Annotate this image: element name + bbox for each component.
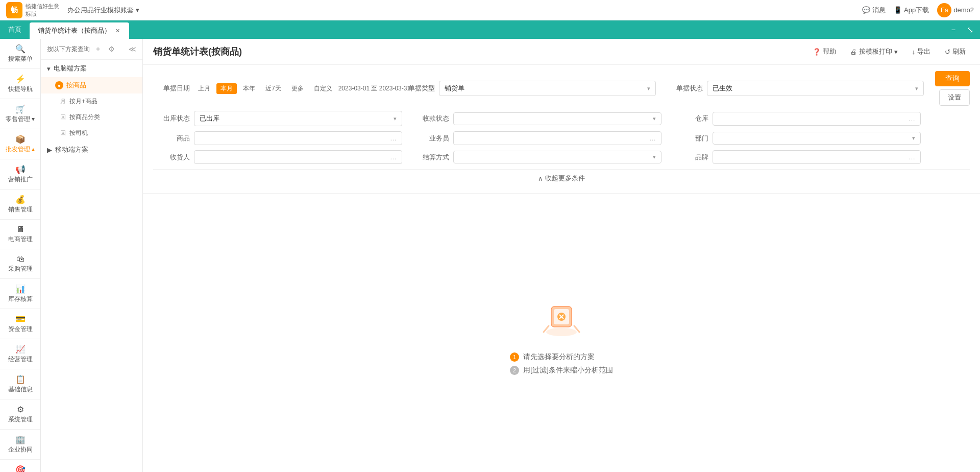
scheme-header: 按以下方案查询 ＋ ⚙ ≪	[41, 39, 142, 60]
scheme-item-by-category[interactable]: 回 按商品分类	[41, 109, 142, 125]
quick-nav-icon: ⚡	[2, 74, 38, 84]
sidebar-item-inventory[interactable]: 📊 库存核算	[0, 279, 40, 309]
sales-icon: 💰	[2, 195, 38, 204]
more-icon: …	[390, 153, 397, 161]
sidebar-item-newbie[interactable]: 🎯 新手引导	[0, 460, 40, 472]
empty-tip-1: 1 请先选择要分析的方案	[510, 352, 613, 362]
scheme-group-mobile-header[interactable]: ▶ 移动端方案	[41, 141, 142, 158]
sidebar-item-basic[interactable]: 📋 基础信息	[0, 369, 40, 399]
refresh-button[interactable]: ↺ 刷新	[941, 45, 970, 58]
scheme-group-desktop-header[interactable]: ▾ 电脑端方案	[41, 60, 142, 77]
message-action[interactable]: 💬 消息	[862, 6, 886, 15]
app-selector[interactable]: 办公用品行业模拟账套 ▾	[63, 4, 143, 17]
chevron-down-icon: ▾	[653, 115, 656, 122]
app-selector-label: 办公用品行业模拟账套	[67, 6, 134, 15]
more-icon: …	[390, 134, 397, 142]
tab-home[interactable]: 首页	[0, 20, 30, 39]
page-title: 销货单统计表(按商品)	[153, 45, 242, 58]
date-tab-this-month[interactable]: 本月	[216, 83, 237, 94]
purchase-icon: 🛍	[2, 254, 38, 264]
scheme-item-by-product[interactable]: ● 按商品	[41, 77, 142, 93]
chevron-down-icon: ▾	[136, 6, 139, 14]
doc-status-label: 单据状态	[666, 84, 703, 93]
sidebar-item-sales[interactable]: 💰 销售管理	[0, 190, 40, 220]
sidebar-item-purchase[interactable]: 🛍 采购管理	[0, 249, 40, 279]
tab-sales-stats[interactable]: 销货单统计表（按商品） ✕	[30, 22, 129, 39]
scheme-header-label: 按以下方案查询	[47, 45, 90, 54]
sidebar-item-wholesale[interactable]: 📦 批发管理 ▴	[0, 129, 40, 159]
scheme-item-by-month-product[interactable]: 月 按月+商品	[41, 93, 142, 109]
payment-label: 结算方式	[412, 153, 449, 162]
date-tab-more[interactable]: 更多	[287, 83, 308, 94]
doc-status-select[interactable]: 已生效 ▾	[707, 81, 924, 96]
sidebar-item-ecom[interactable]: 🖥 电商管理	[0, 220, 40, 249]
payment-select[interactable]: ▾	[453, 151, 662, 163]
staff-input[interactable]: …	[453, 131, 662, 145]
system-icon: ⚙	[2, 405, 38, 414]
home-tab-label: 首页	[8, 25, 21, 34]
print-icon: 🖨	[850, 48, 857, 56]
print-button[interactable]: 🖨 按模板打印 ▾	[846, 45, 902, 58]
help-icon: ❓	[813, 48, 821, 56]
message-icon: 💬	[862, 6, 870, 14]
sales-tab-label: 销货单统计表（按商品）	[38, 26, 111, 35]
sidebar-item-marketing[interactable]: 📢 营销推广	[0, 159, 40, 190]
scheme-add-button[interactable]: ＋	[93, 44, 103, 54]
date-tab-this-year[interactable]: 本年	[239, 83, 259, 94]
help-button[interactable]: ❓ 帮助	[808, 45, 840, 58]
avatar: Ea	[937, 3, 951, 17]
staff-label: 业务员	[412, 134, 449, 143]
receiver-input[interactable]: …	[194, 150, 402, 164]
user-profile[interactable]: Ea demo2	[937, 3, 974, 17]
collect-status-control: ▾	[453, 112, 662, 125]
date-tabs: 上月 本月 本年 近7天 更多 自定义	[194, 83, 336, 94]
scheme-settings-button[interactable]: ⚙	[106, 44, 116, 54]
sidebar-item-search[interactable]: 🔍 搜索菜单	[0, 39, 40, 69]
chevron-down-icon: ▾	[653, 154, 656, 160]
page-actions: ❓ 帮助 🖨 按模板打印 ▾ ↓ 导出 ↺ 刷新	[808, 45, 970, 58]
settings-button[interactable]: 设置	[939, 89, 970, 106]
scheme-item-by-driver[interactable]: 回 按司机	[41, 125, 142, 141]
chevron-down-icon: ▾	[647, 85, 650, 92]
brand-input[interactable]: …	[713, 150, 921, 164]
chevron-down-icon: ▾	[912, 135, 915, 141]
collapse-conditions-button[interactable]: ∧ 收起更多条件	[153, 169, 970, 187]
sidebar-item-system[interactable]: ⚙ 系统管理	[0, 399, 40, 430]
logo-area: 畅 畅捷信好生意 标版	[6, 2, 59, 18]
content-area: 按以下方案查询 ＋ ⚙ ≪ ▾ 电脑端方案 ● 按商品 月 按月+商品	[41, 39, 980, 472]
scheme-collapse-button[interactable]: ≪	[129, 45, 136, 53]
sidebar-item-enterprise[interactable]: 🏢 企业协同	[0, 430, 40, 460]
filter-area: 单据日期 上月 本月 本年 近7天 更多 自定义 2023-03-01 至 20…	[143, 65, 980, 194]
doc-type-select[interactable]: 销货单 ▾	[439, 81, 656, 96]
basic-icon: 📋	[2, 374, 38, 384]
date-tab-custom[interactable]: 自定义	[310, 83, 336, 94]
doc-type-control: 销货单 ▾	[439, 81, 656, 96]
chevron-down-icon: ▾	[47, 65, 51, 73]
header-left: 畅 畅捷信好生意 标版 办公用品行业模拟账套 ▾	[6, 2, 143, 18]
chevron-right-icon: ▶	[47, 146, 52, 154]
date-tab-7days[interactable]: 近7天	[261, 83, 285, 94]
date-tab-last-month[interactable]: 上月	[194, 83, 214, 94]
query-button[interactable]: 查询	[935, 71, 970, 86]
more-icon: …	[909, 153, 915, 161]
sidebar-item-ops[interactable]: 📈 经营管理	[0, 339, 40, 369]
out-status-select[interactable]: 已出库 ▾	[194, 111, 402, 126]
collect-status-select[interactable]: ▾	[453, 112, 662, 125]
app-download-action[interactable]: 📱 App下载	[894, 6, 929, 15]
dept-select[interactable]: ▾	[713, 132, 921, 145]
product-input[interactable]: …	[194, 131, 402, 145]
product-label: 商品	[153, 134, 190, 143]
chevron-down-icon: ▾	[915, 85, 918, 92]
export-button[interactable]: ↓ 导出	[908, 45, 935, 58]
doc-type-label: 单据类型	[398, 84, 435, 93]
logo-text: 畅捷信好生意 标版	[26, 3, 59, 17]
receiver-control: …	[194, 150, 402, 164]
minimize-icon[interactable]: －	[947, 23, 960, 36]
warehouse-input[interactable]: …	[713, 112, 921, 126]
sidebar-item-quick-nav[interactable]: ⚡ 快捷导航	[0, 69, 40, 99]
inventory-icon: 📊	[2, 284, 38, 294]
maximize-icon[interactable]: ⤡	[964, 23, 976, 36]
sidebar-item-retail[interactable]: 🛒 零售管理 ▾	[0, 99, 40, 129]
tab-close-icon[interactable]: ✕	[114, 27, 121, 34]
sidebar-item-finance[interactable]: 💳 资金管理	[0, 309, 40, 339]
